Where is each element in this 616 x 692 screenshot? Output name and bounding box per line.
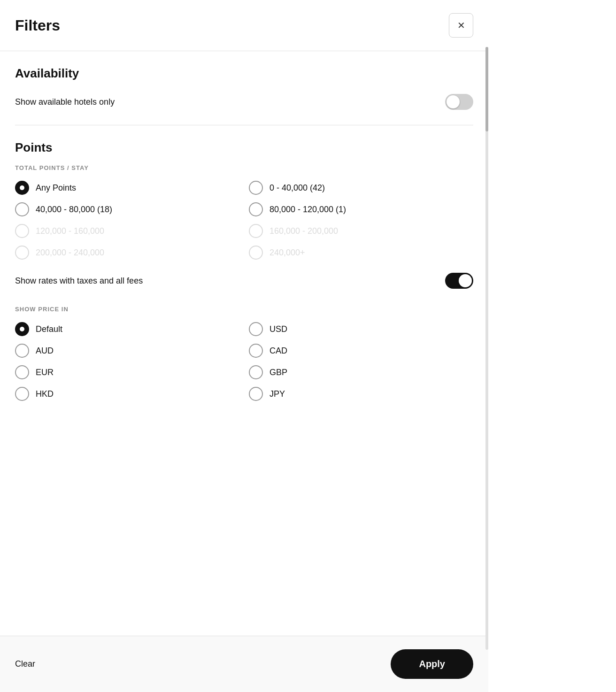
radio-circle-cad <box>249 344 263 358</box>
availability-toggle-row: Show available hotels only <box>15 90 473 114</box>
radio-circle-jpy <box>249 387 263 401</box>
radio-label-aud: AUD <box>36 346 54 356</box>
radio-label-default: Default <box>36 324 62 334</box>
radio-circle-gbp <box>249 365 263 379</box>
radio-120-160k: 120,000 - 160,000 <box>15 224 239 238</box>
radio-circle-240k-plus <box>249 246 263 260</box>
clear-button[interactable]: Clear <box>15 659 35 669</box>
radio-200-240k: 200,000 - 240,000 <box>15 246 239 260</box>
radio-circle-usd <box>249 322 263 336</box>
filter-footer: Clear Apply <box>0 636 488 692</box>
radio-240k-plus: 240,000+ <box>249 246 473 260</box>
points-title: Points <box>15 140 473 155</box>
radio-price-eur[interactable]: EUR <box>15 365 239 379</box>
radio-80-120k[interactable]: 80,000 - 120,000 (1) <box>249 202 473 216</box>
availability-section: Availability Show available hotels only <box>15 51 473 125</box>
radio-circle-40-80k <box>15 202 29 216</box>
radio-price-usd[interactable]: USD <box>249 322 473 336</box>
radio-price-gbp[interactable]: GBP <box>249 365 473 379</box>
radio-label-200-240k: 200,000 - 240,000 <box>36 248 104 258</box>
close-button[interactable]: ✕ <box>449 13 473 38</box>
radio-label-80-120k: 80,000 - 120,000 (1) <box>270 205 346 215</box>
taxes-toggle[interactable] <box>445 273 473 289</box>
radio-label-240k-plus: 240,000+ <box>270 248 305 258</box>
taxes-toggle-label: Show rates with taxes and all fees <box>15 276 143 286</box>
radio-160-200k: 160,000 - 200,000 <box>249 224 473 238</box>
radio-label-cad: CAD <box>270 346 287 356</box>
radio-label-40-80k: 40,000 - 80,000 (18) <box>36 205 112 215</box>
filter-content: Availability Show available hotels only … <box>0 51 488 636</box>
radio-price-hkd[interactable]: HKD <box>15 387 239 401</box>
radio-price-jpy[interactable]: JPY <box>249 387 473 401</box>
radio-price-cad[interactable]: CAD <box>249 344 473 358</box>
availability-title: Availability <box>15 66 473 81</box>
radio-circle-0-40k <box>249 181 263 195</box>
radio-circle-160-200k <box>249 224 263 238</box>
points-section: Points TOTAL POINTS / STAY Any Points 0 … <box>15 125 473 422</box>
radio-label-160-200k: 160,000 - 200,000 <box>270 226 338 236</box>
radio-circle-80-120k <box>249 202 263 216</box>
price-radio-grid: Default USD AUD CAD <box>15 322 473 401</box>
radio-label-eur: EUR <box>36 368 54 377</box>
filter-panel: Filters ✕ Availability Show available ho… <box>0 0 488 692</box>
taxes-toggle-knob <box>459 274 472 287</box>
radio-label-gbp: GBP <box>270 368 287 377</box>
points-radio-grid: Any Points 0 - 40,000 (42) 40,000 - 80,0… <box>15 181 473 260</box>
availability-toggle[interactable] <box>445 94 473 110</box>
radio-label-120-160k: 120,000 - 160,000 <box>36 226 104 236</box>
radio-label-jpy: JPY <box>270 389 285 399</box>
price-subtitle: SHOW PRICE IN <box>15 306 473 313</box>
radio-40-80k[interactable]: 40,000 - 80,000 (18) <box>15 202 239 216</box>
radio-any-points[interactable]: Any Points <box>15 181 239 195</box>
radio-label-usd: USD <box>270 324 287 334</box>
radio-label-0-40k: 0 - 40,000 (42) <box>270 183 325 193</box>
apply-button[interactable]: Apply <box>391 649 473 679</box>
radio-label-any-points: Any Points <box>36 183 76 193</box>
points-subtitle: TOTAL POINTS / STAY <box>15 164 473 171</box>
radio-circle-200-240k <box>15 246 29 260</box>
radio-0-40k[interactable]: 0 - 40,000 (42) <box>249 181 473 195</box>
scrollbar-thumb[interactable] <box>485 47 488 131</box>
radio-label-hkd: HKD <box>36 389 54 399</box>
radio-circle-120-160k <box>15 224 29 238</box>
filter-header: Filters ✕ <box>0 0 488 51</box>
radio-price-default[interactable]: Default <box>15 322 239 336</box>
taxes-toggle-row: Show rates with taxes and all fees <box>15 269 473 292</box>
radio-circle-hkd <box>15 387 29 401</box>
availability-toggle-label: Show available hotels only <box>15 97 115 107</box>
radio-circle-default <box>15 322 29 336</box>
radio-circle-aud <box>15 344 29 358</box>
radio-circle-eur <box>15 365 29 379</box>
filter-title: Filters <box>15 17 60 34</box>
radio-price-aud[interactable]: AUD <box>15 344 239 358</box>
radio-circle-any-points <box>15 181 29 195</box>
close-icon: ✕ <box>457 20 465 31</box>
toggle-knob <box>447 95 460 108</box>
scrollbar-track <box>485 47 488 650</box>
